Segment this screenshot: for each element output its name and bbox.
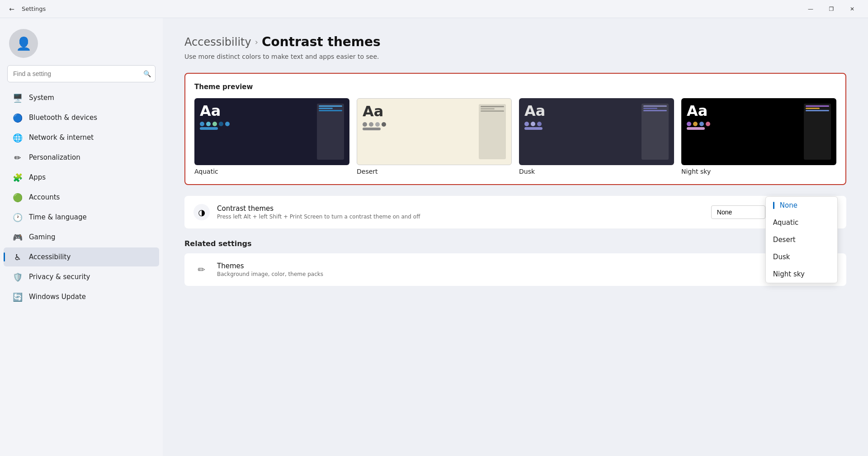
gaming-icon: 🎮 bbox=[13, 232, 23, 242]
breadcrumb-separator: › bbox=[255, 37, 258, 47]
theme-preview-desert: Aa bbox=[357, 98, 512, 165]
sidebar-item-personalization[interactable]: ✏️ Personalization bbox=[4, 148, 159, 167]
maximize-button[interactable]: ❐ bbox=[821, 0, 842, 18]
dropdown-option-nightsky[interactable]: Night sky bbox=[766, 266, 837, 283]
sidebar-item-bluetooth[interactable]: 🔵 Bluetooth & devices bbox=[4, 108, 159, 127]
avatar[interactable]: 👤 bbox=[9, 29, 38, 58]
sidebar-item-accessibility[interactable]: ♿ Accessibility bbox=[4, 247, 159, 266]
theme-preview-nightsky: Aa bbox=[681, 98, 836, 165]
apps-icon: 🧩 bbox=[13, 172, 23, 182]
themes-title: Themes bbox=[217, 262, 827, 270]
theme-label-nightsky: Night sky bbox=[681, 168, 836, 175]
theme-card-dusk[interactable]: Aa bbox=[519, 98, 674, 175]
related-row-themes[interactable]: ✏️ Themes Background image, color, theme… bbox=[184, 253, 846, 286]
breadcrumb-parent[interactable]: Accessibility bbox=[184, 36, 251, 48]
related-settings-section: Related settings ✏️ Themes Background im… bbox=[184, 239, 846, 286]
sidebar-item-gaming[interactable]: 🎮 Gaming bbox=[4, 228, 159, 247]
search-box: 🔍 bbox=[7, 65, 156, 82]
accounts-icon: 🟢 bbox=[13, 192, 23, 202]
sidebar: 👤 🔍 🖥️ System 🔵 Bluetooth & devices 🌐 Ne… bbox=[0, 18, 163, 456]
close-button[interactable]: ✕ bbox=[842, 0, 863, 18]
sidebar-item-system[interactable]: 🖥️ System bbox=[4, 88, 159, 107]
back-icon: ← bbox=[9, 5, 14, 13]
dropdown-option-desert[interactable]: Desert bbox=[766, 231, 837, 248]
sidebar-item-apps[interactable]: 🧩 Apps bbox=[4, 168, 159, 187]
titlebar-title: Settings bbox=[22, 5, 800, 12]
user-profile: 👤 bbox=[0, 18, 163, 65]
sidebar-item-time[interactable]: 🕐 Time & language bbox=[4, 208, 159, 227]
theme-preview-aquatic: Aa bbox=[194, 98, 349, 165]
sidebar-item-privacy[interactable]: 🛡️ Privacy & security bbox=[4, 267, 159, 286]
breadcrumb-current: Contrast themes bbox=[262, 34, 381, 49]
main-content: Accessibility › Contrast themes Use more… bbox=[163, 18, 868, 456]
theme-card-nightsky[interactable]: Aa bbox=[681, 98, 836, 175]
titlebar: ← Settings — ❐ ✕ bbox=[0, 0, 868, 18]
themes-icon: ✏️ bbox=[193, 261, 210, 278]
dropdown-option-dusk[interactable]: Dusk bbox=[766, 248, 837, 266]
search-icon: 🔍 bbox=[143, 70, 151, 77]
window-controls: — ❐ ✕ bbox=[800, 0, 863, 18]
contrast-themes-title: Contrast themes bbox=[217, 204, 704, 213]
theme-card-desert[interactable]: Aa bbox=[357, 98, 512, 175]
bluetooth-icon: 🔵 bbox=[13, 113, 23, 123]
accessibility-icon: ♿ bbox=[13, 252, 23, 262]
theme-cards: Aa bbox=[194, 98, 836, 175]
theme-preview-dusk: Aa bbox=[519, 98, 674, 165]
contrast-themes-dropdown-wrapper: None Aquatic Desert Dusk Night sky None bbox=[711, 205, 765, 219]
breadcrumb: Accessibility › Contrast themes bbox=[184, 34, 846, 49]
system-icon: 🖥️ bbox=[13, 93, 23, 103]
themes-desc: Background image, color, theme packs bbox=[217, 271, 827, 277]
app-body: 👤 🔍 🖥️ System 🔵 Bluetooth & devices 🌐 Ne… bbox=[0, 18, 868, 456]
sidebar-item-network[interactable]: 🌐 Network & internet bbox=[4, 128, 159, 147]
contrast-themes-card: ◑ Contrast themes Press left Alt + left … bbox=[184, 196, 846, 228]
page-subtitle: Use more distinct colors to make text an… bbox=[184, 53, 846, 60]
theme-card-aquatic[interactable]: Aa bbox=[194, 98, 349, 175]
update-icon: 🔄 bbox=[13, 292, 23, 302]
theme-label-dusk: Dusk bbox=[519, 168, 674, 175]
personalization-icon: ✏️ bbox=[13, 152, 23, 162]
time-icon: 🕐 bbox=[13, 212, 23, 222]
dropdown-option-none[interactable]: None bbox=[766, 197, 837, 214]
privacy-icon: 🛡️ bbox=[13, 272, 23, 282]
contrast-themes-dropdown-menu: None Aquatic Desert Dusk bbox=[765, 196, 838, 283]
contrast-themes-control: None Aquatic Desert Dusk Night sky None bbox=[711, 205, 837, 219]
theme-preview-box: Theme preview Aa bbox=[184, 73, 846, 185]
related-settings-card: ✏️ Themes Background image, color, theme… bbox=[184, 253, 846, 286]
contrast-themes-desc: Press left Alt + left Shift + Print Scre… bbox=[217, 214, 704, 220]
contrast-themes-select[interactable]: None Aquatic Desert Dusk Night sky bbox=[711, 205, 765, 219]
contrast-themes-icon: ◑ bbox=[193, 204, 210, 220]
related-settings-title: Related settings bbox=[184, 239, 846, 248]
sidebar-item-accounts[interactable]: 🟢 Accounts bbox=[4, 188, 159, 207]
network-icon: 🌐 bbox=[13, 133, 23, 142]
contrast-themes-row: ◑ Contrast themes Press left Alt + left … bbox=[184, 196, 846, 228]
search-input[interactable] bbox=[7, 65, 156, 82]
back-button[interactable]: ← bbox=[5, 3, 18, 15]
minimize-button[interactable]: — bbox=[800, 0, 821, 18]
dropdown-option-aquatic[interactable]: Aquatic bbox=[766, 214, 837, 231]
sidebar-item-update[interactable]: 🔄 Windows Update bbox=[4, 287, 159, 306]
theme-label-aquatic: Aquatic bbox=[194, 168, 349, 175]
theme-preview-title: Theme preview bbox=[194, 83, 836, 91]
theme-label-desert: Desert bbox=[357, 168, 512, 175]
